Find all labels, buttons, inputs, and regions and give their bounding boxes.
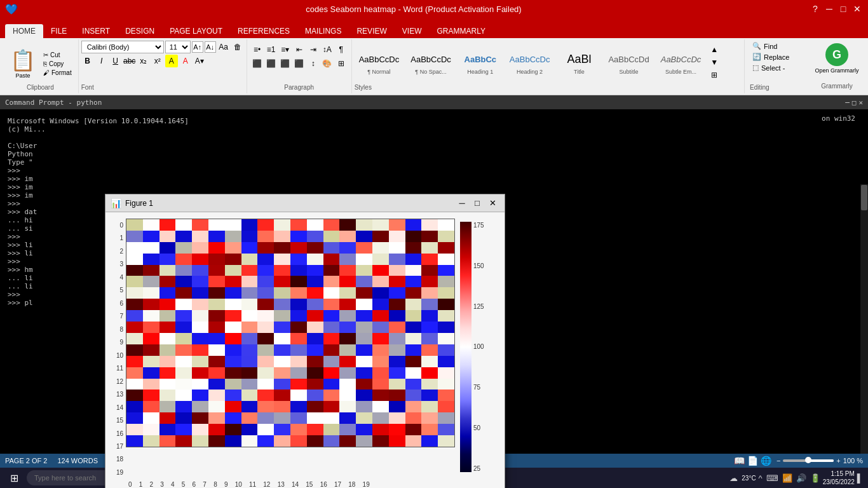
taskbar-weather[interactable]: ☁	[729, 473, 738, 483]
select-button[interactable]: ⬚ Select -	[750, 62, 803, 73]
underline-button[interactable]: U	[109, 55, 122, 67]
shading-button[interactable]: 🎨	[321, 57, 334, 70]
tab-page-layout[interactable]: PAGE LAYOUT	[162, 24, 230, 38]
figure-close-button[interactable]: ✕	[485, 197, 499, 210]
font-name-select[interactable]: Calibri (Body)	[81, 41, 164, 53]
heatmap-cell	[356, 379, 372, 390]
style-subtitle[interactable]: AaBbCcDd Subtitle	[604, 48, 653, 77]
battery-icon[interactable]: 🔋	[810, 473, 820, 483]
zoom-in-button[interactable]: +	[836, 457, 840, 464]
figure-minimize-button[interactable]: ─	[455, 197, 469, 210]
show-hidden-icons[interactable]: ^	[759, 473, 763, 483]
heatmap-cell	[257, 401, 274, 412]
figure-maximize-button[interactable]: □	[470, 197, 484, 210]
font-increase-button[interactable]: A↑	[192, 41, 203, 53]
replace-button[interactable]: 🔄 Replace	[750, 51, 803, 62]
start-button[interactable]: ⊞	[3, 469, 25, 487]
font-effects-button[interactable]: A▾	[193, 55, 206, 67]
cmd-scrollbar[interactable]	[860, 184, 868, 469]
align-center-button[interactable]: ⬛	[265, 57, 278, 70]
font-size-select[interactable]: 11	[165, 41, 191, 53]
view-web-button[interactable]: 🌐	[761, 456, 771, 466]
tab-file[interactable]: FILE	[43, 24, 74, 38]
heatmap-cell	[225, 265, 241, 276]
tab-grammarly[interactable]: GRAMMARLY	[429, 24, 492, 38]
show-desktop-button[interactable]: ▌	[857, 473, 863, 483]
style-title[interactable]: AaBl Title	[557, 48, 601, 77]
cmd-minimize[interactable]: ─	[845, 98, 850, 107]
heatmap-cell	[208, 287, 225, 299]
heatmap-cell	[208, 412, 225, 424]
decrease-indent-button[interactable]: ⇤	[293, 43, 306, 56]
cmd-line-7: >>>	[8, 166, 860, 175]
volume-icon[interactable]: 🔊	[796, 473, 806, 483]
heatmap-cell	[405, 435, 422, 447]
heatmap-cell	[192, 367, 208, 379]
tab-references[interactable]: REFERENCES	[230, 24, 297, 38]
subscript-button[interactable]: x₂	[137, 55, 150, 67]
numbered-list-button[interactable]: ≡1	[265, 43, 278, 56]
style-subtle-emphasis[interactable]: AaBbCcDc Subtle Em...	[656, 48, 706, 77]
borders-button[interactable]: ⊞	[335, 57, 348, 70]
font-color-button[interactable]: A	[179, 55, 192, 67]
help-icon[interactable]: ?	[810, 3, 821, 15]
italic-button[interactable]: I	[95, 55, 108, 67]
align-left-button[interactable]: ⬛	[251, 57, 264, 70]
zoom-out-button[interactable]: −	[776, 457, 780, 464]
heatmap-cell	[339, 254, 356, 265]
close-button[interactable]: ✕	[851, 3, 863, 15]
format-painter-button[interactable]: 🖌 Format	[41, 69, 74, 77]
clear-format-button[interactable]: 🗑	[231, 41, 244, 53]
style-heading1[interactable]: AaBbCc Heading 1	[458, 48, 503, 77]
style-normal[interactable]: AaBbCcDc ¶ Normal	[355, 48, 404, 77]
line-spacing-button[interactable]: ↕	[307, 57, 320, 70]
keyboard-icon[interactable]: ⌨	[766, 473, 778, 483]
superscript-button[interactable]: x²	[151, 55, 164, 67]
style-heading2[interactable]: AaBbCcDc Heading 2	[505, 48, 555, 77]
tab-home[interactable]: HOME	[5, 24, 43, 38]
paste-button[interactable]: 📋 Paste	[6, 47, 39, 80]
font-decrease-button[interactable]: A↓	[205, 41, 216, 53]
network-icon[interactable]: 📶	[782, 473, 792, 483]
heatmap-cell	[274, 435, 290, 447]
tab-view[interactable]: VIEW	[395, 24, 430, 38]
heatmap-cell	[241, 242, 258, 254]
cmd-maximize[interactable]: □	[852, 98, 857, 107]
heatmap-cell	[356, 356, 372, 367]
cut-button[interactable]: ✂ Cut	[41, 51, 74, 59]
heatmap-cell	[290, 287, 307, 299]
align-right-button[interactable]: ⬛	[279, 57, 292, 70]
view-read-button[interactable]: 📖	[734, 456, 745, 466]
tab-mailings[interactable]: MAILINGS	[297, 24, 349, 38]
font-case-button[interactable]: Aa	[217, 41, 230, 53]
heatmap-cell	[274, 276, 290, 287]
sort-button[interactable]: ↕A	[321, 43, 334, 56]
find-button[interactable]: 🔍 Find	[750, 41, 803, 51]
bold-button[interactable]: B	[81, 55, 94, 67]
heatmap-cell	[307, 344, 323, 356]
tab-review[interactable]: REVIEW	[349, 24, 394, 38]
styles-expand[interactable]: ⊞	[708, 69, 721, 81]
text-highlight-button[interactable]: A	[165, 55, 178, 67]
view-print-button[interactable]: 📄	[747, 456, 758, 466]
heatmap-cell	[241, 254, 258, 265]
cmd-close[interactable]: ✕	[858, 98, 863, 107]
styles-scroll-up[interactable]: ▲	[708, 43, 721, 56]
minimize-button[interactable]: ─	[824, 3, 835, 15]
maximize-button[interactable]: □	[837, 3, 849, 15]
heatmap-cell	[274, 367, 290, 379]
show-formatting-button[interactable]: ¶	[335, 43, 348, 56]
style-no-spacing[interactable]: AaBbCcDc ¶ No Spac...	[406, 48, 456, 77]
tab-insert[interactable]: INSERT	[74, 24, 118, 38]
increase-indent-button[interactable]: ⇥	[307, 43, 320, 56]
styles-scroll-down[interactable]: ▼	[708, 56, 721, 69]
taskbar-clock[interactable]: 1:15 PM 23/05/2022	[823, 470, 855, 486]
justify-button[interactable]: ⬛	[293, 57, 306, 70]
strikethrough-button[interactable]: abc	[123, 55, 136, 67]
tab-design[interactable]: DESIGN	[118, 24, 162, 38]
heatmap-cell	[356, 242, 372, 254]
bullet-list-button[interactable]: ≡•	[251, 43, 264, 56]
copy-button[interactable]: ⎘ Copy	[41, 60, 74, 68]
open-grammarly-button[interactable]: G Open Grammarly	[813, 42, 860, 75]
multilevel-list-button[interactable]: ≡▾	[279, 43, 292, 56]
